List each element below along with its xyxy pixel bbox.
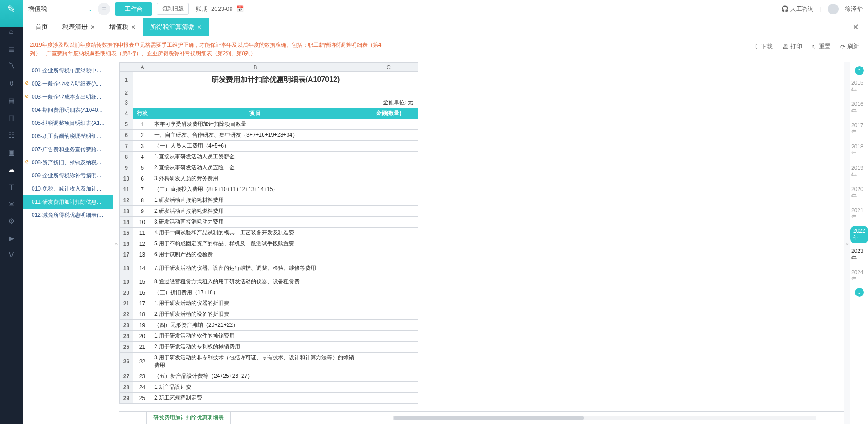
year-option[interactable]: 2023年: [850, 245, 868, 265]
year-option[interactable]: 2020年: [850, 183, 868, 203]
table-icon[interactable]: ☷: [7, 130, 16, 139]
calendar-icon: 📅: [236, 5, 244, 12]
download-button[interactable]: ⇩ 下载: [754, 43, 773, 51]
warning-text: 2019年度涉及取以前年度结转数据的申报表单元格需要手工维护正确，才能保证本年及…: [23, 36, 393, 62]
year-rail: ⌃2015年2016年2017年2018年2019年2020年2021年2022…: [850, 62, 868, 424]
tree-node[interactable]: 010-免税、减计收入及加计...: [23, 182, 113, 195]
user-name: 徐泽华: [845, 5, 863, 13]
year-option[interactable]: 2019年: [850, 162, 868, 181]
settings-icon[interactable]: ⚙: [7, 216, 16, 225]
year-option[interactable]: 2017年: [850, 119, 868, 139]
topbar: 增值税 ⌄ ≡ 工作台 切到旧版 账期 2023-09 📅 🎧 人工咨询 | 徐…: [23, 0, 868, 18]
tree-node[interactable]: 002-一般企业收入明细表(A...: [23, 77, 113, 91]
period-value: 2023-09: [211, 5, 233, 12]
year-option[interactable]: 2016年: [850, 98, 868, 118]
expand-handle[interactable]: »: [844, 62, 850, 424]
tab[interactable]: 增值税✕: [102, 18, 143, 36]
tab[interactable]: 所得税汇算清缴✕: [143, 18, 209, 36]
clipboard-icon[interactable]: ▦: [7, 96, 16, 105]
archive-icon[interactable]: ◫: [7, 182, 16, 191]
report-icon[interactable]: ▥: [7, 113, 16, 122]
spreadsheet[interactable]: ABC1研发费用加计扣除优惠明细表(A107012)23金额单位: 元4行次项 …: [119, 62, 844, 411]
year-option[interactable]: 2021年: [850, 205, 868, 224]
year-option[interactable]: 2022年: [850, 226, 868, 243]
reset-button[interactable]: ↻ 重置: [812, 43, 830, 51]
form-tree: 001-企业所得税年度纳税申...002-一般企业收入明细表(A...003-一…: [23, 62, 113, 424]
close-icon[interactable]: ✕: [90, 24, 95, 30]
year-down-button[interactable]: ⌄: [855, 288, 864, 297]
tree-node[interactable]: 001-企业所得税年度纳税申...: [23, 64, 113, 77]
tree-node[interactable]: 004-期间费用明细表(A1040...: [23, 104, 113, 117]
tree-node[interactable]: 012-减免所得税优惠明细表(...: [23, 209, 113, 222]
tree-node[interactable]: 005-纳税调整项目明细表(A1...: [23, 117, 113, 130]
close-all-button[interactable]: ✕: [849, 22, 863, 32]
tabs: 首页税表清册✕增值税✕所得税汇算清缴✕✕: [23, 18, 868, 36]
chart-icon[interactable]: 〽: [7, 62, 16, 71]
chevron-down-icon: ⌄: [88, 5, 93, 13]
tab[interactable]: 首页: [28, 18, 55, 36]
tree-node[interactable]: 009-企业所得税弥补亏损明...: [23, 169, 113, 182]
tax-type-dropdown[interactable]: 增值税 ⌄: [28, 5, 93, 13]
bag-icon[interactable]: ⚱: [7, 79, 16, 88]
collapse-handle[interactable]: «: [113, 62, 119, 424]
year-option[interactable]: 2024年: [850, 267, 868, 286]
tab[interactable]: 税表清册✕: [55, 18, 102, 36]
workspace-button[interactable]: 工作台: [115, 2, 152, 16]
tree-node[interactable]: 011-研发费用加计扣除优惠...: [23, 195, 113, 209]
horizontal-scrollbar[interactable]: [393, 416, 816, 420]
list-button[interactable]: ≡: [98, 3, 110, 15]
avatar[interactable]: [828, 4, 839, 14]
print-button[interactable]: 🖶 打印: [783, 43, 802, 51]
home-icon[interactable]: ⌂: [7, 27, 16, 36]
tree-node[interactable]: 006-职工薪酬纳税调整明细...: [23, 130, 113, 143]
v-icon[interactable]: V: [7, 251, 16, 260]
calendar-icon[interactable]: ▣: [7, 148, 16, 157]
ledger-icon[interactable]: ▤: [7, 44, 16, 53]
video-icon[interactable]: ▶: [7, 233, 16, 243]
sheet-tabs: 研发费用加计扣除优惠明细表: [119, 411, 844, 424]
year-option[interactable]: 2015年: [850, 77, 868, 96]
left-nav-rail: ✎ ⌂ ▤ 〽 ⚱ ▦ ▥ ☷ ▣ ☁ ◫ ✉ ⚙ ▶ V: [0, 0, 23, 424]
tree-node[interactable]: 007-广告费和业务宣传费跨...: [23, 143, 113, 156]
app-logo: ✎: [7, 4, 15, 15]
tax-icon[interactable]: ☁: [7, 165, 16, 174]
inbox-icon[interactable]: ✉: [7, 199, 16, 208]
switch-old-button[interactable]: 切到旧版: [157, 3, 189, 15]
close-icon[interactable]: ✕: [131, 24, 136, 30]
tree-node[interactable]: 003-一般企业成本支出明细...: [23, 91, 113, 104]
toolbar: ⇩ 下载 🖶 打印 ↻ 重置 ⟳ 刷新: [754, 36, 868, 51]
refresh-button[interactable]: ⟳ 刷新: [840, 43, 859, 51]
period-label: 账期: [196, 5, 208, 13]
tree-node[interactable]: 008-资产折旧、摊销及纳税...: [23, 156, 113, 169]
year-option[interactable]: 2018年: [850, 141, 868, 160]
year-up-button[interactable]: ⌃: [855, 66, 864, 75]
sheet-tab[interactable]: 研发费用加计扣除优惠明细表: [146, 412, 231, 424]
close-icon[interactable]: ✕: [197, 24, 202, 30]
tax-type-label: 增值税: [28, 5, 47, 13]
period-picker[interactable]: 账期 2023-09 📅: [196, 5, 244, 13]
consult-link[interactable]: 🎧 人工咨询: [781, 5, 814, 13]
